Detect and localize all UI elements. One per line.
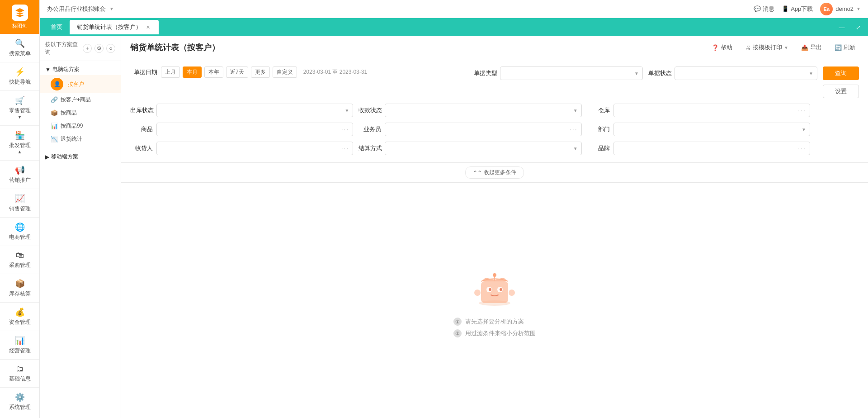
export-label: 导出 (810, 43, 822, 52)
header-actions: 💬 消息 📱 App下载 Ea demo2 ▼ (754, 3, 861, 15)
retail-icon: 🛒 (15, 95, 25, 105)
collapse-btn[interactable]: ⌃⌃ 收起更多条件 (465, 166, 524, 179)
top-header: 办公用品行业模拟账套 ▼ 💬 消息 📱 App下载 Ea demo2 ▼ (40, 0, 868, 18)
order-status-select[interactable]: ▼ (675, 66, 817, 80)
desktop-group-header[interactable]: ▼ 电脑端方案 (40, 64, 121, 75)
print-label: 按模板打印 (753, 43, 782, 52)
sidebar-item-basic[interactable]: 🗂 基础信息 (0, 360, 39, 388)
sidebar-system-label: 系统管理 (9, 404, 31, 411)
print-icon: 🖨 (745, 44, 751, 51)
sidebar-item-sales[interactable]: 📈 销售管理 (0, 189, 39, 218)
settlement-select[interactable]: ▼ (385, 142, 581, 155)
date-btn-this-year[interactable]: 本年 (204, 66, 223, 78)
sidebar-item-inventory[interactable]: 📦 库存核算 (0, 274, 39, 303)
date-btn-7days[interactable]: 近7天 (226, 66, 248, 78)
sidebar-item-enterprise[interactable]: 🤝 企业协同 (0, 416, 39, 418)
sidebar-item-wholesale[interactable]: 🏪 批发管理 ▲ (0, 126, 39, 161)
settings-scheme-btn[interactable]: ⚙ (94, 44, 104, 53)
order-status-arrow: ▼ (809, 71, 813, 76)
goods-label: 商品 (130, 125, 153, 133)
app-download-label: App下载 (791, 5, 813, 13)
help-btn[interactable]: ❓ 帮助 (708, 42, 736, 53)
scheme-by-customer-label: 按客户 (68, 81, 84, 88)
refresh-btn[interactable]: 🔄 刷新 (831, 42, 859, 53)
tip-2-num: ② (453, 329, 462, 337)
app-icon: 📱 (782, 5, 789, 12)
shortcut-icon: ⚡ (15, 67, 25, 77)
date-range-text: 2023-03-01 至 2023-03-31 (303, 68, 367, 76)
scheme-by-customer-goods[interactable]: 🔗 按客户+商品 (40, 93, 121, 106)
tab-minimize-btn[interactable]: — (835, 21, 848, 33)
mobile-group-label: 移动端方案 (51, 153, 78, 161)
sidebar-purchase-label: 采购管理 (9, 261, 31, 269)
tab-close-btn[interactable]: ✕ (144, 24, 151, 31)
recipient-select[interactable]: ··· (156, 142, 353, 155)
payment-arrow: ▼ (573, 108, 578, 113)
username: demo2 (835, 5, 854, 12)
message-btn[interactable]: 💬 消息 (754, 5, 774, 13)
tab-sales-by-customer[interactable]: 销货单统计表（按客户） ✕ (70, 20, 159, 34)
app-download-btn[interactable]: 📱 App下载 (782, 5, 813, 13)
brand-select[interactable]: ··· (613, 142, 810, 155)
mobile-group-header[interactable]: ▶ 移动端方案 (40, 151, 121, 162)
print-btn[interactable]: 🖨 按模板打印 ▼ (741, 42, 792, 53)
goods-select[interactable]: ··· (156, 123, 353, 136)
collapse-scheme-btn[interactable]: « (106, 44, 115, 53)
add-scheme-btn[interactable]: + (83, 44, 92, 53)
sidebar-item-shortcut[interactable]: ⚡ 快捷导航 (0, 62, 39, 91)
sidebar-item-purchase[interactable]: 🛍 采购管理 (0, 246, 39, 274)
order-type-select[interactable]: ▼ (500, 66, 643, 80)
tab-expand-btn[interactable]: ⤢ (852, 21, 864, 33)
date-btn-this-month[interactable]: 本月 (183, 66, 202, 78)
empty-tip-1: ① 请先选择要分析的方案 (453, 318, 536, 326)
svg-point-9 (509, 290, 515, 296)
scheme-panel-actions: + ⚙ « (83, 44, 115, 53)
sidebar-item-ecommerce[interactable]: 🌐 电商管理 (0, 218, 39, 246)
sidebar-item-operations[interactable]: 📊 经营管理 (0, 331, 39, 360)
empty-state: ① 请先选择要分析的方案 ② 用过滤条件来缩小分析范围 (121, 183, 868, 418)
delivery-status-select[interactable]: ▼ (156, 104, 353, 117)
delivery-status-label: 出库状态 (130, 106, 153, 114)
delivery-arrow: ▼ (344, 108, 349, 113)
sidebar-item-system[interactable]: ⚙️ 系统管理 (0, 388, 39, 416)
sidebar-item-retail[interactable]: 🛒 零售管理 ▼ (0, 91, 39, 126)
settings-btn[interactable]: 设置 (823, 85, 859, 98)
avatar: Ea (820, 3, 833, 15)
date-btn-custom[interactable]: 自定义 (273, 66, 297, 78)
sidebar-item-finance[interactable]: 💰 资金管理 (0, 303, 39, 331)
settlement-label: 结算方式 (359, 144, 381, 152)
app-logo: 标图鱼 (0, 0, 40, 34)
query-btn[interactable]: 查询 (823, 66, 859, 80)
scheme-return-stats[interactable]: 📉 退货统计 (40, 133, 121, 146)
query-btn-group: 查询 设置 (823, 66, 859, 98)
sidebar-item-marketing[interactable]: 📢 营销推广 (0, 161, 39, 189)
expand-mobile-icon: ▶ (45, 154, 49, 160)
scheme-by-goods-99[interactable]: 📊 按商品99 (40, 119, 121, 133)
scheme-by-goods[interactable]: 📦 按商品 (40, 106, 121, 119)
warehouse-select[interactable]: ··· (613, 104, 810, 117)
finance-icon: 💰 (15, 307, 25, 317)
empty-illustration (467, 263, 522, 309)
recipient-label: 收货人 (130, 144, 153, 152)
warehouse-dots: ··· (798, 107, 806, 114)
breadcrumb-text: 办公用品行业模拟账套 (47, 5, 106, 13)
sidebar-finance-label: 资金管理 (9, 318, 31, 326)
scheme-panel-title: 按以下方案查询 (45, 41, 83, 56)
sales-tab-label: 销货单统计表（按客户） (77, 23, 142, 31)
department-select[interactable]: ▼ (613, 123, 810, 136)
date-btn-more[interactable]: 更多 (251, 66, 270, 78)
sidebar-item-search[interactable]: 🔍 搜索菜单 (0, 34, 39, 62)
breadcrumb-dropdown-icon[interactable]: ▼ (109, 6, 114, 11)
scheme-panel-header: 按以下方案查询 + ⚙ « (40, 36, 121, 61)
tab-bar: 首页 销货单统计表（按客户） ✕ — ⤢ (40, 18, 868, 36)
page-header: 销货单统计表（按客户） ❓ 帮助 🖨 按模板打印 ▼ 📤 (121, 36, 868, 59)
scheme-by-customer[interactable]: 👤 按客户 (40, 75, 121, 93)
collapse-up-icon: ⌃⌃ (473, 170, 482, 176)
export-btn[interactable]: 📤 导出 (797, 42, 826, 53)
tab-home[interactable]: 首页 (43, 20, 70, 34)
salesperson-select[interactable]: ··· (385, 123, 581, 136)
user-area[interactable]: Ea demo2 ▼ (820, 3, 861, 15)
payment-status-select[interactable]: ▼ (385, 104, 581, 117)
tip-1-num: ① (453, 318, 462, 326)
date-btn-last-month[interactable]: 上月 (161, 66, 180, 78)
